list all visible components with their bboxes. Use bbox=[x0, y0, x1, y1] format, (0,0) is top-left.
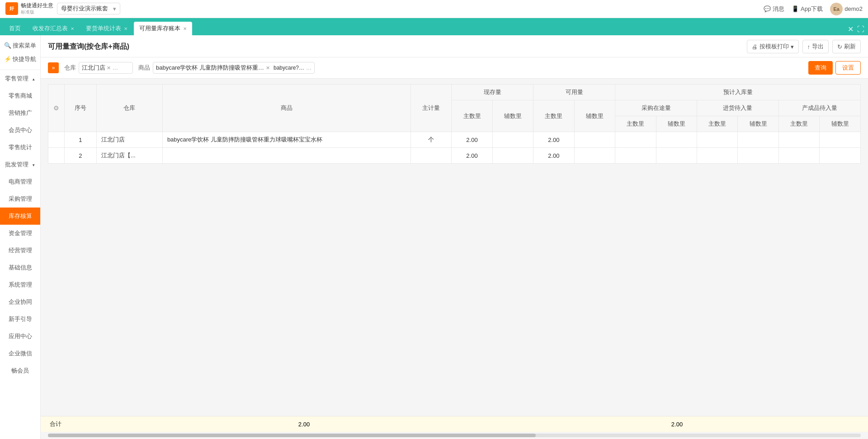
message-button[interactable]: 💬 消息 bbox=[764, 5, 784, 13]
tab-available-close[interactable]: ✕ bbox=[183, 26, 187, 31]
cell-stock-main: 2.00 bbox=[452, 132, 492, 148]
sidebar-item-marketing[interactable]: 营销推广 bbox=[0, 104, 40, 122]
expand-button[interactable]: » bbox=[48, 62, 59, 73]
user-label: demo2 bbox=[844, 5, 863, 12]
sidebar-nav-button[interactable]: ⚡ 快捷导航 bbox=[0, 52, 40, 66]
warehouse-filter-group: 仓库 江北门店 ✕ … bbox=[64, 62, 133, 74]
warehouse-tag: 江北门店 ✕ bbox=[82, 64, 111, 72]
sidebar-item-apps[interactable]: 应用中心 bbox=[0, 328, 40, 345]
col-no-header: 序号 bbox=[65, 85, 97, 132]
sidebar-search-button[interactable]: 🔍 搜索菜单 bbox=[0, 39, 40, 52]
message-label: 消息 bbox=[773, 5, 784, 13]
tab-order-close[interactable]: ✕ bbox=[124, 26, 127, 31]
product-tag-value: babycare学饮杯 儿童防摔防撞吸管杯重力球吸嘴杯宝宝水杯 bbox=[156, 64, 264, 72]
sidebar-item-wechat[interactable]: 企业微信 bbox=[0, 345, 40, 362]
sidebar-item-enterprise[interactable]: 企业协同 bbox=[0, 293, 40, 311]
sidebar-item-wholesale[interactable]: 批发管理 bbox=[0, 156, 40, 173]
warehouse-filter-input[interactable]: 江北门店 ✕ … bbox=[79, 62, 133, 74]
top-bar: 好 畅捷通好生意 标准版 母婴行业演示账套 ▾ 💬 消息 📱 App下载 Ea … bbox=[0, 0, 868, 18]
warehouse-tag-remove[interactable]: ✕ bbox=[107, 65, 111, 71]
footer-avail-main: 2.00 bbox=[671, 421, 683, 428]
main-layout: 🔍 搜索菜单 ⚡ 快捷导航 零售管理 零售商城 营销推广 会员中心 零售统计 批… bbox=[0, 35, 868, 439]
sidebar-item-label: 营销推广 bbox=[9, 109, 32, 116]
tab-bar-right: ✕ ⛶ bbox=[848, 25, 864, 35]
logo-sub: 标准版 bbox=[21, 9, 53, 15]
scroll-track[interactable] bbox=[48, 434, 861, 437]
cell-product: babycare学饮杯 儿童防摔防撞吸管杯重力球吸嘴杯宝宝水杯 bbox=[162, 132, 410, 148]
query-button[interactable]: 查询 bbox=[808, 61, 833, 75]
app-icon: 📱 bbox=[792, 5, 799, 12]
cell-prod-aux bbox=[820, 132, 861, 148]
print-button[interactable]: 🖨 按模板打印 ▾ bbox=[747, 40, 799, 53]
cell-avail-main: 2.00 bbox=[533, 148, 574, 164]
sidebar-item-retail-stat[interactable]: 零售统计 bbox=[0, 139, 40, 156]
tab-available[interactable]: 可用量库存账本 ✕ bbox=[134, 22, 192, 35]
export-button[interactable]: ↑ 导出 bbox=[802, 40, 829, 53]
product-more-button[interactable]: … bbox=[306, 65, 311, 71]
col-prod-main-header: 主数里 bbox=[778, 116, 819, 132]
app-download-button[interactable]: 📱 App下载 bbox=[792, 5, 823, 13]
sidebar-item-purchase[interactable]: 采购管理 bbox=[0, 190, 40, 208]
col-settings-icon[interactable]: ⚙ bbox=[53, 104, 59, 112]
tab-close-all-button[interactable]: ✕ bbox=[848, 25, 854, 33]
product-filter-input[interactable]: babycare学饮杯 儿童防摔防撞吸管杯重力球吸嘴杯宝宝水杯 ✕ babyca… bbox=[153, 62, 315, 74]
sidebar-item-finance[interactable]: 资金管理 bbox=[0, 225, 40, 242]
page-title: 可用量查询(按仓库+商品) bbox=[48, 42, 129, 52]
cell-unit bbox=[410, 148, 451, 164]
sidebar-item-ecommerce[interactable]: 电商管理 bbox=[0, 173, 40, 190]
sidebar-item-inventory[interactable]: 库存核算 bbox=[0, 208, 40, 225]
table-row: 1 江北门店 babycare学饮杯 儿童防摔防撞吸管杯重力球吸嘴杯宝宝水杯 个… bbox=[48, 132, 861, 148]
content-area: 可用量查询(按仓库+商品) 🖨 按模板打印 ▾ ↑ 导出 ↻ 刷新 » bbox=[41, 35, 868, 439]
cell-purchase-aux bbox=[656, 148, 697, 164]
footer-label: 合计 bbox=[45, 420, 118, 428]
cell-incoming-main bbox=[697, 148, 738, 164]
sidebar-item-label: 新手引导 bbox=[9, 316, 32, 322]
sidebar-item-label: 畅会员 bbox=[11, 367, 29, 374]
cell-settings bbox=[48, 148, 65, 164]
scroll-thumb[interactable] bbox=[48, 434, 536, 437]
sidebar-item-retail-shop[interactable]: 零售商城 bbox=[0, 87, 40, 104]
cell-incoming-aux bbox=[738, 132, 778, 148]
industry-select[interactable]: 母婴行业演示账套 ▾ bbox=[57, 3, 120, 14]
sidebar-item-member[interactable]: 会员中心 bbox=[0, 122, 40, 139]
cell-warehouse: 江北门店【... bbox=[96, 148, 162, 164]
sidebar-top-area: 🔍 搜索菜单 ⚡ 快捷导航 bbox=[0, 35, 40, 70]
avatar: Ea bbox=[830, 3, 843, 15]
tab-receipt-close[interactable]: ✕ bbox=[71, 26, 74, 31]
refresh-icon: ↻ bbox=[837, 43, 842, 50]
col-purchase-main-header: 主数里 bbox=[615, 116, 656, 132]
settings-button[interactable]: 设置 bbox=[835, 61, 861, 75]
col-warehouse-header: 仓库 bbox=[96, 85, 162, 132]
tab-order-label: 要货单统计表 bbox=[86, 24, 121, 33]
warehouse-more[interactable]: … bbox=[113, 65, 118, 71]
sidebar-item-newbie[interactable]: 新手引导 bbox=[0, 311, 40, 328]
sidebar-item-operations[interactable]: 经营管理 bbox=[0, 242, 40, 259]
sidebar-item-zero-retail[interactable]: 零售管理 bbox=[0, 70, 40, 87]
chevron-down-icon: ▾ bbox=[113, 5, 116, 12]
group-planned-header: 预计入库量 bbox=[615, 85, 861, 100]
tab-expand-button[interactable]: ⛶ bbox=[857, 25, 864, 33]
cell-purchase-main bbox=[615, 148, 656, 164]
footer-stock-main: 2.00 bbox=[298, 421, 310, 428]
cell-product bbox=[162, 148, 410, 164]
warehouse-tag-value: 江北门店 bbox=[82, 64, 105, 72]
tab-receipt[interactable]: 收发存汇总表 ✕ bbox=[27, 22, 80, 35]
refresh-button[interactable]: ↻ 刷新 bbox=[832, 40, 861, 53]
user-menu[interactable]: Ea demo2 bbox=[830, 3, 863, 15]
col-incoming-main-header: 主数里 bbox=[697, 116, 738, 132]
sidebar-item-basic[interactable]: 基础信息 bbox=[0, 259, 40, 276]
tab-bar: 首页 收发存汇总表 ✕ 要货单统计表 ✕ 可用量库存账本 ✕ ✕ ⛶ bbox=[0, 18, 868, 35]
scroll-bar-area bbox=[41, 432, 868, 439]
warehouse-label: 仓库 bbox=[64, 64, 76, 72]
sidebar-item-member2[interactable]: 畅会员 bbox=[0, 362, 40, 379]
sidebar-item-system[interactable]: 系统管理 bbox=[0, 276, 40, 293]
logo-icon: 好 bbox=[5, 2, 18, 15]
tab-home[interactable]: 首页 bbox=[4, 22, 26, 35]
product-tag-remove[interactable]: ✕ bbox=[266, 65, 270, 71]
cell-incoming-main bbox=[697, 132, 738, 148]
cell-avail-aux bbox=[574, 148, 615, 164]
tab-order[interactable]: 要货单统计表 ✕ bbox=[80, 22, 133, 35]
sidebar-item-label: 零售商城 bbox=[9, 92, 32, 99]
product-label: 商品 bbox=[138, 64, 150, 72]
col-avail-main-header: 主数里 bbox=[533, 100, 574, 132]
